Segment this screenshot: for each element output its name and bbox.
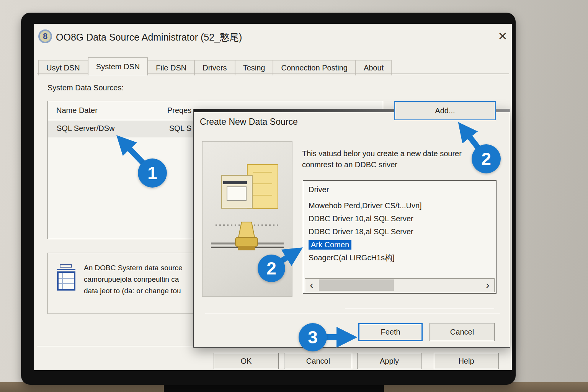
- tab-about[interactable]: About: [356, 60, 392, 75]
- list-item[interactable]: Mowehob Perd,Driver CS/t...Uvn]: [303, 199, 496, 212]
- tab-bar: Usyt DSN System DSN File DSN Drivers Tes…: [38, 57, 508, 75]
- help-button[interactable]: Help: [434, 353, 499, 369]
- description-line-1: An DOBC Systern data source: [84, 262, 183, 274]
- description-text: An DOBC Systern data source camorupuejol…: [84, 262, 183, 297]
- column-header-platform[interactable]: Preqes: [167, 106, 191, 115]
- cancel-button-main[interactable]: Cancol: [284, 353, 352, 369]
- list-item[interactable]: DDBC Driver 18,al SQL Server: [303, 225, 496, 238]
- driver-label: DDBC Driver 10,al SQL Server: [309, 214, 413, 223]
- close-icon[interactable]: ✕: [495, 28, 510, 44]
- dialog-description-line-1: This vatusd belor you create a new date …: [302, 148, 486, 159]
- list-item[interactable]: DDBC Driver 10,al SQL Server: [303, 212, 496, 225]
- odbc-table-icon: [56, 264, 76, 294]
- tab-file-dsn[interactable]: File DSN: [148, 60, 194, 75]
- tab-tracing[interactable]: Tesing: [235, 60, 273, 75]
- dialog-title: Create New Data Source: [200, 117, 298, 127]
- list-item[interactable]: SoagerC(al LIRGcH1s构]: [303, 251, 496, 264]
- dialog-divider-short: [345, 308, 494, 309]
- annotation-badge-2-add: 2: [472, 144, 501, 173]
- driver-label-selected: Ark Comen: [309, 240, 351, 250]
- driver-label: Mowehob Perd,Driver CS/t...Uvn]: [309, 201, 422, 210]
- scroll-left-icon[interactable]: ‹: [305, 279, 318, 292]
- driver-list-header: Driver: [309, 185, 329, 194]
- system-sources-label: System Data Sources:: [47, 83, 124, 92]
- dialog-description: This vatusd belor you create a new date …: [302, 148, 486, 170]
- description-line-2: camorupuejola conrpeultin ca: [84, 274, 183, 285]
- create-new-data-source-dialog: Create New Data Source This vatusd belor…: [193, 109, 510, 348]
- scrollbar-thumb[interactable]: [319, 279, 394, 291]
- app-icon: 8: [38, 29, 52, 43]
- driver-label: SoagerC(al LIRGcH1s构]: [309, 253, 395, 263]
- annotation-badge-3: 3: [299, 323, 327, 351]
- driver-listbox[interactable]: Driver Mowehob Perd,Driver CS/t...Uvn] D…: [303, 180, 497, 294]
- driver-label: DDBC Driver 18,al SQL Server: [309, 227, 413, 236]
- scroll-right-icon[interactable]: ›: [481, 279, 494, 292]
- column-header-name[interactable]: Name Dater: [56, 106, 98, 115]
- window-title: OO8G Data Source Administrator (52_憨尾): [56, 31, 242, 44]
- dialog-description-line-2: conmrest to an DDBC sriver: [302, 159, 486, 170]
- annotation-badge-1: 1: [138, 158, 167, 188]
- desktop-background: 8 OO8G Data Source Administrator (52_憨尾)…: [0, 0, 588, 392]
- tab-drivers[interactable]: Drivers: [194, 60, 235, 75]
- horizontal-scrollbar[interactable]: ‹ ›: [305, 278, 495, 292]
- list-item-selected[interactable]: Ark Comen: [303, 238, 496, 251]
- dialog-divider-long: [205, 313, 500, 314]
- tab-connection-pooling[interactable]: Connection Posting: [273, 60, 355, 75]
- finish-button[interactable]: Feeth: [358, 323, 423, 341]
- apply-button[interactable]: Apply: [357, 353, 421, 369]
- ok-button[interactable]: OK: [214, 353, 279, 369]
- add-button[interactable]: Add...: [394, 101, 496, 120]
- tab-system-dsn[interactable]: System DSN: [88, 57, 148, 75]
- tab-user-dsn[interactable]: Usyt DSN: [38, 60, 88, 75]
- source-name-cell: SQL Server/DSw: [57, 124, 115, 133]
- annotation-badge-2-driver: 2: [258, 255, 285, 282]
- description-line-3: data jeot to (da: or change tou: [84, 285, 183, 297]
- cancel-button-dialog[interactable]: Cancel: [430, 323, 495, 341]
- source-driver-cell: SQL S: [169, 124, 191, 133]
- driver-items: Mowehob Perd,Driver CS/t...Uvn] DDBC Dri…: [303, 199, 496, 264]
